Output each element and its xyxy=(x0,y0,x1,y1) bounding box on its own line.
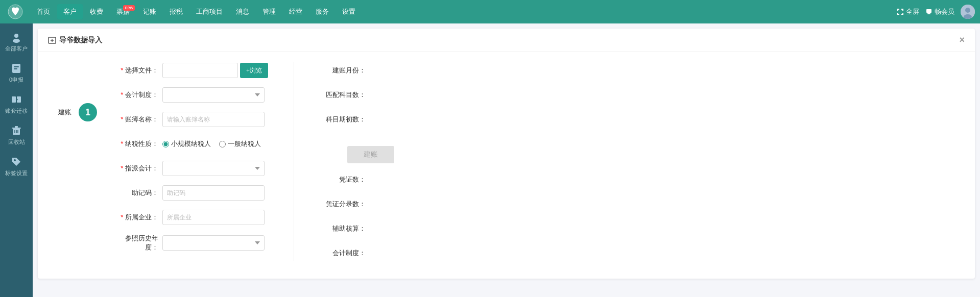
company-input[interactable] xyxy=(162,210,265,225)
top-nav: 首页 客户 收费 票据 new 记账 报税 工商项目 消息 管理 经营 服务 设… xyxy=(0,0,980,23)
nav-item-operation[interactable]: 经营 xyxy=(283,4,308,19)
svg-rect-10 xyxy=(14,68,17,69)
history-select[interactable] xyxy=(162,235,265,251)
tax-general-radio[interactable] xyxy=(219,141,226,147)
match-label: 匹配科目数： xyxy=(320,90,366,100)
required-mark6: * xyxy=(121,213,123,221)
step-number: 1 xyxy=(79,103,97,121)
tax-label: * 纳税性质： xyxy=(117,139,158,148)
required-mark4: * xyxy=(121,140,123,147)
accounting-label: * 会计制度： xyxy=(117,90,158,100)
step-label: 建账 xyxy=(58,108,71,117)
memo-input[interactable] xyxy=(162,185,265,201)
file-label: * 选择文件： xyxy=(117,66,158,75)
file-row: * 选择文件： +浏览 xyxy=(117,62,268,79)
sidebar-item-tags[interactable]: 标签设置 xyxy=(0,152,33,181)
voucher-records-label: 凭证分录数： xyxy=(320,200,366,209)
svg-point-7 xyxy=(13,39,20,43)
svg-point-19 xyxy=(14,159,16,161)
nav-items: 首页 客户 收费 票据 new 记账 报税 工商项目 消息 管理 经营 服务 设… xyxy=(31,4,362,19)
svg-rect-2 xyxy=(927,13,930,14)
form-section-left: * 选择文件： +浏览 * 会计制度： xyxy=(117,62,268,261)
member-btn[interactable]: 畅会员 xyxy=(925,7,954,16)
voucher-label: 凭证数： xyxy=(320,175,366,184)
auxiliary-label: 辅助核算： xyxy=(320,224,366,233)
build-button[interactable]: 建账 xyxy=(347,146,394,163)
tax-small-option[interactable]: 小规模纳税人 xyxy=(162,139,211,148)
avatar[interactable] xyxy=(961,5,975,19)
period-row: 科目期初数： xyxy=(320,111,422,128)
auxiliary-row: 辅助核算： xyxy=(320,220,422,237)
company-label: * 所属企业： xyxy=(117,213,158,222)
memo-label: 助记码： xyxy=(117,188,158,197)
nav-item-service[interactable]: 服务 xyxy=(309,4,335,19)
svg-rect-15 xyxy=(15,126,18,128)
ledger-row: * 账簿名称： xyxy=(117,111,268,128)
nav-item-message[interactable]: 消息 xyxy=(230,4,255,19)
accountant-row: * 指派会计： xyxy=(117,160,268,177)
month-label: 建账月份： xyxy=(320,66,366,75)
svg-rect-11 xyxy=(12,96,16,103)
file-input[interactable] xyxy=(162,63,238,78)
svg-point-4 xyxy=(965,8,970,13)
tax-small-radio[interactable] xyxy=(162,141,169,147)
tax-general-option[interactable]: 一般纳税人 xyxy=(219,139,261,148)
info-section-right: 建账月份： 匹配科目数： 科目期初数： 建账 xyxy=(320,62,422,261)
nav-item-bookkeeping[interactable]: 记账 xyxy=(137,4,162,19)
import-card: 导爷数据导入 × 建账 1 * xyxy=(38,29,975,279)
main-layout: 全部客户 0申报 账套迁移 回收站 标签设置 xyxy=(0,23,980,297)
tax-radio-group: 小规模纳税人 一般纳税人 xyxy=(162,139,261,148)
nav-item-fee[interactable]: 收费 xyxy=(84,4,109,19)
content-area: 导爷数据导入 × 建账 1 * xyxy=(33,23,980,297)
required-mark2: * xyxy=(121,91,123,98)
accounting-row: * 会计制度： xyxy=(117,87,268,103)
ledger-label: * 账簿名称： xyxy=(117,115,158,124)
form-divider xyxy=(294,62,294,261)
required-mark3: * xyxy=(121,115,123,123)
nav-item-customer[interactable]: 客户 xyxy=(57,4,83,19)
nav-item-settings[interactable]: 设置 xyxy=(336,4,362,19)
sidebar-item-zero-declare[interactable]: 0申报 xyxy=(0,59,33,88)
nav-item-tax[interactable]: 报税 xyxy=(163,4,189,19)
svg-rect-9 xyxy=(14,66,19,67)
card-header-left: 导爷数据导入 xyxy=(48,36,102,45)
svg-rect-1 xyxy=(926,9,931,13)
accountant-select[interactable] xyxy=(162,161,265,176)
sidebar-item-migrate[interactable]: 账套迁移 xyxy=(0,90,33,119)
logo xyxy=(5,2,26,22)
history-row: 参照历史年度： xyxy=(117,234,268,252)
accounting-select[interactable] xyxy=(162,87,265,103)
accounting-system-row: 会计制度： xyxy=(320,245,422,261)
card-header: 导爷数据导入 × xyxy=(38,29,975,52)
nav-item-invoice[interactable]: 票据 new xyxy=(110,4,136,19)
sidebar-item-trash[interactable]: 回收站 xyxy=(0,121,33,150)
month-row: 建账月份： xyxy=(320,62,422,79)
import-icon xyxy=(48,36,56,44)
sidebar: 全部客户 0申报 账套迁移 回收站 标签设置 xyxy=(0,23,33,297)
step-area: 建账 1 xyxy=(58,62,97,261)
svg-point-6 xyxy=(14,34,18,38)
accountant-label: * 指派会计： xyxy=(117,164,158,173)
tax-row: * 纳税性质： 小规模纳税人 一般纳税人 xyxy=(117,136,268,152)
required-mark5: * xyxy=(121,164,123,172)
memo-row: 助记码： xyxy=(117,185,268,201)
browse-button[interactable]: +浏览 xyxy=(240,63,268,78)
build-btn-area: 建账 xyxy=(320,146,422,163)
file-input-group: +浏览 xyxy=(162,63,268,78)
accounting-system-label: 会计制度： xyxy=(320,249,366,258)
history-label: 参照历史年度： xyxy=(117,234,158,252)
company-row: * 所属企业： xyxy=(117,209,268,226)
sidebar-item-all-customers[interactable]: 全部客户 xyxy=(0,28,33,57)
ledger-input[interactable] xyxy=(162,112,265,127)
match-row: 匹配科目数： xyxy=(320,87,422,103)
nav-item-home[interactable]: 首页 xyxy=(31,4,56,19)
close-icon[interactable]: × xyxy=(959,35,965,45)
card-title: 导爷数据导入 xyxy=(59,36,102,45)
new-badge: new xyxy=(123,5,135,11)
nav-item-admin[interactable]: 管理 xyxy=(256,4,282,19)
period-label: 科目期初数： xyxy=(320,115,366,124)
voucher-row: 凭证数： xyxy=(320,171,422,188)
form-container: 建账 1 * 选择文件： +浏览 xyxy=(38,52,975,271)
nav-item-business[interactable]: 工商项目 xyxy=(190,4,229,19)
fullscreen-btn[interactable]: 全屏 xyxy=(897,7,919,16)
